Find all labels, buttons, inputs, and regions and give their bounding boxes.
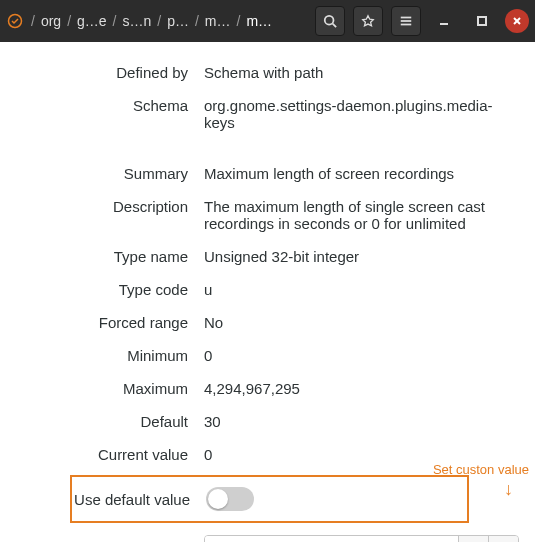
crumb-2[interactable]: s…n <box>119 11 154 31</box>
row-use-default: Use default value <box>70 475 469 523</box>
label-description: Description <box>16 198 204 232</box>
custom-value-spinner: − + <box>204 535 519 542</box>
svg-point-1 <box>325 16 334 25</box>
value-type-code: u <box>204 281 519 298</box>
search-button[interactable] <box>315 6 345 36</box>
use-default-switch[interactable] <box>206 487 254 511</box>
label-summary: Summary <box>16 165 204 182</box>
titlebar: /org /g…e /s…n /p… /m… /m… <box>0 0 535 42</box>
value-maximum: 4,294,967,295 <box>204 380 519 397</box>
menu-button[interactable] <box>391 6 421 36</box>
label-defined-by: Defined by <box>16 64 204 81</box>
annotation-arrow-icon: ↓ <box>504 480 513 498</box>
value-defined-by: Schema with path <box>204 64 519 81</box>
spin-increment-button[interactable]: + <box>488 536 518 542</box>
spin-decrement-button[interactable]: − <box>458 536 488 542</box>
annotation-text: Set custon value <box>433 462 529 477</box>
crumb-4[interactable]: m… <box>202 11 234 31</box>
label-schema: Schema <box>16 97 204 131</box>
custom-value-input[interactable] <box>205 536 458 542</box>
value-default: 30 <box>204 413 519 430</box>
maximize-button[interactable] <box>467 6 497 36</box>
label-forced-range: Forced range <box>16 314 204 331</box>
crumb-1[interactable]: g…e <box>74 11 110 31</box>
row-default: Default 30 <box>0 405 535 438</box>
crumb-0[interactable]: org <box>38 11 64 31</box>
row-defined-by: Defined by Schema with path <box>0 56 535 89</box>
label-minimum: Minimum <box>16 347 204 364</box>
label-use-default: Use default value <box>72 491 206 508</box>
row-minimum: Minimum 0 <box>0 339 535 372</box>
bookmark-button[interactable] <box>353 6 383 36</box>
close-button[interactable] <box>505 9 529 33</box>
value-description: The maximum length of single screen cast… <box>204 198 519 232</box>
value-type-name: Unsigned 32-bit integer <box>204 248 519 265</box>
value-schema: org.gnome.settings-daemon.plugins.media-… <box>204 97 519 131</box>
svg-line-2 <box>333 24 337 28</box>
crumb-3[interactable]: p… <box>164 11 192 31</box>
label-type-name: Type name <box>16 248 204 265</box>
label-current-value: Current value <box>16 446 204 463</box>
breadcrumb: /org /g…e /s…n /p… /m… /m… <box>28 11 275 31</box>
row-summary: Summary Maximum length of screen recordi… <box>0 157 535 190</box>
value-summary: Maximum length of screen recordings <box>204 165 519 182</box>
row-maximum: Maximum 4,294,967,295 <box>0 372 535 405</box>
row-custom-value: Custom value − + <box>0 527 535 542</box>
crumb-5[interactable]: m… <box>243 11 275 31</box>
app-icon <box>6 12 24 30</box>
value-forced-range: No <box>204 314 519 331</box>
row-schema: Schema org.gnome.settings-daemon.plugins… <box>0 89 535 139</box>
row-description: Description The maximum length of single… <box>0 190 535 240</box>
minimize-button[interactable] <box>429 6 459 36</box>
value-current-value: 0 <box>204 446 519 463</box>
label-type-code: Type code <box>16 281 204 298</box>
svg-rect-7 <box>478 17 486 25</box>
label-default: Default <box>16 413 204 430</box>
row-type-code: Type code u <box>0 273 535 306</box>
label-maximum: Maximum <box>16 380 204 397</box>
row-forced-range: Forced range No <box>0 306 535 339</box>
value-minimum: 0 <box>204 347 519 364</box>
row-type-name: Type name Unsigned 32-bit integer <box>0 240 535 273</box>
